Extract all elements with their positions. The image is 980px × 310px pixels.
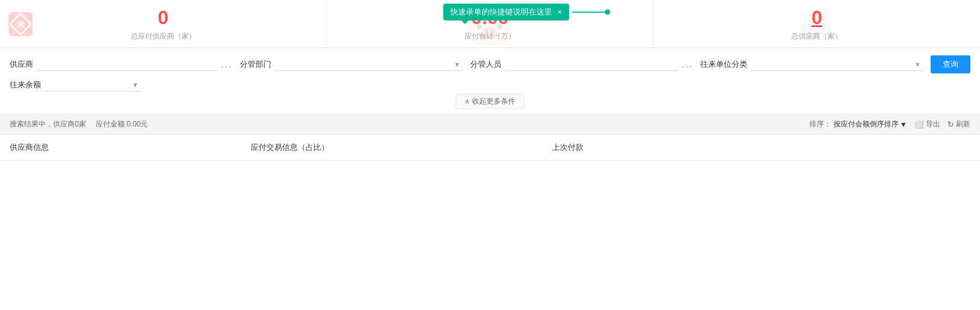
filter-person: 分管人员 ... (470, 58, 693, 71)
person-label: 分管人员 (470, 59, 501, 70)
unit-class-label: 往来单位分类 (700, 59, 747, 70)
svg-text:米: 米 (16, 19, 25, 29)
sort-chevron-icon: ▼ (900, 120, 907, 129)
filter-supplier: 供应商 ... (10, 58, 233, 71)
collapse-arrow-icon: ∧ (465, 98, 470, 105)
person-input-wrap (505, 58, 678, 71)
collapse-area: ∧ 收起更多条件 (10, 91, 970, 109)
refresh-label: 刷新 (956, 119, 970, 129)
tooltip-line (573, 11, 606, 13)
stat-total-suppliers: ▦ 0 总供应商（家） (654, 0, 980, 48)
dept-select[interactable] (275, 58, 463, 70)
stats-bar: 米 0 总应付供应商（家） 🐷 0.00 应付合计（万） 快速录单的快捷键说明在… (0, 0, 980, 48)
results-bar: 搜索结果中，供应商0家 应付金额 0.00元 排序： 按应付会额倒序排序 ▼ ⬜… (0, 114, 980, 135)
results-left: 搜索结果中，供应商0家 应付金额 0.00元 (10, 119, 148, 129)
collapse-btn[interactable]: ∧ 收起更多条件 (456, 94, 524, 109)
stat-payable-total: 🐷 0.00 应付合计（万） 快速录单的快捷键说明在这里 × (327, 0, 653, 48)
supplier-dots-btn[interactable]: ... (221, 59, 233, 70)
tooltip-dot (605, 10, 611, 15)
balance-select-wrap: ▼ (45, 78, 141, 91)
supplier-input-wrap (37, 58, 218, 71)
supplier-count-text: 搜索结果中，供应商0家 (10, 119, 86, 129)
tooltip-close-btn[interactable]: × (557, 7, 562, 17)
table-area: 供应商信息 应付交易信息（占比） 上次付款 (0, 135, 980, 310)
unit-class-select-wrap: ▼ (751, 58, 923, 71)
refresh-icon: ↻ (947, 120, 954, 129)
col-payment-header: 上次付款 (552, 142, 970, 153)
unit-class-select[interactable] (751, 58, 923, 70)
filter-dept: 分管部门 ▼ (240, 58, 463, 71)
table-body (0, 161, 980, 310)
refresh-button[interactable]: ↻ 刷新 (947, 119, 970, 129)
person-dots-btn[interactable]: ... (682, 59, 693, 70)
filter-balance: 往来余额 ▼ (10, 78, 166, 91)
filter-row-2: 往来余额 ▼ (10, 78, 970, 91)
filter-unit-class: 往来单位分类 ▼ (700, 58, 923, 71)
total-payable-label: 总应付供应商（家） (131, 31, 196, 42)
dept-select-wrap: ▼ (275, 58, 463, 71)
amount-text: 应付金额 0.00元 (96, 119, 148, 129)
sort-select-wrap: 排序： 按应付会额倒序排序 ▼ (809, 119, 907, 129)
balance-label: 往来余额 (10, 79, 41, 90)
balance-select[interactable] (45, 78, 141, 91)
sort-value-text: 按应付会额倒序排序 (834, 119, 899, 129)
supplier-label: 供应商 (10, 59, 33, 70)
tooltip-text: 快速录单的快捷键说明在这里 (450, 7, 552, 17)
sort-value[interactable]: 按应付会额倒序排序 ▼ (834, 119, 907, 129)
export-label: 导出 (926, 119, 940, 129)
collapse-label: 收起更多条件 (472, 96, 515, 107)
tooltip-bubble: 快速录单的快捷键说明在这里 × (443, 4, 569, 20)
sort-label: 排序： (809, 119, 831, 129)
export-button[interactable]: ⬜ 导出 (914, 119, 940, 129)
col-transaction-header: 应付交易信息（占比） (251, 142, 552, 153)
export-icon: ⬜ (914, 120, 924, 129)
dept-label: 分管部门 (240, 59, 271, 70)
col-supplier-header: 供应商信息 (10, 142, 251, 153)
bg-table-icon: ▦ (801, 5, 832, 43)
filter-area: 供应商 ... 分管部门 ▼ 分管人员 ... 往 (0, 48, 980, 114)
supplier-input[interactable] (37, 58, 218, 71)
query-button[interactable]: 查询 (931, 55, 970, 73)
stat-total-payable: 米 0 总应付供应商（家） (0, 0, 327, 48)
total-payable-value: 0 (158, 6, 169, 29)
filter-row-1: 供应商 ... 分管部门 ▼ 分管人员 ... 往 (10, 55, 970, 73)
table-header: 供应商信息 应付交易信息（占比） 上次付款 (0, 135, 980, 161)
person-input[interactable] (505, 58, 678, 71)
results-right: 排序： 按应付会额倒序排序 ▼ ⬜ 导出 ↻ 刷新 (809, 119, 970, 129)
